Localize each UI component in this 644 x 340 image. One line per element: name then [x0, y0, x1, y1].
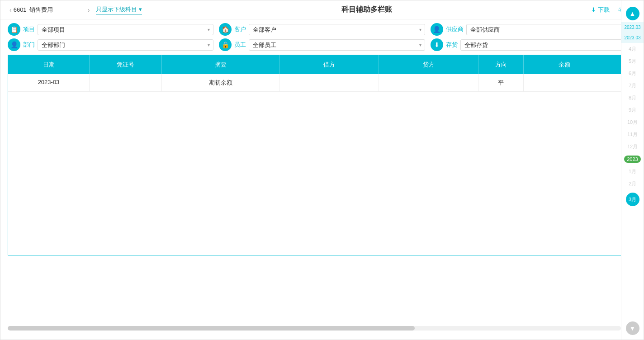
filter-area: 📋 项目 全部项目 ▾ 🏠 客户 全部客户 ▾ [0, 19, 644, 55]
chevron-down-icon: ▾ [139, 6, 142, 13]
supplier-select-wrapper: 全部供应商 ▾ [466, 24, 636, 35]
col-direction: 方向 [478, 55, 524, 74]
col-voucher: 凭证号 [90, 55, 162, 74]
horizontal-scrollbar[interactable] [8, 326, 621, 331]
download-icon: ⬇ [591, 6, 596, 13]
scrollbar-thumb[interactable] [8, 326, 415, 331]
download-button[interactable]: ⬇ 下载 [591, 6, 610, 14]
prev-account-btn[interactable]: ‹ [8, 5, 14, 14]
filter-supplier: 👤 供应商 全部供应商 ▾ [431, 23, 636, 36]
inventory-select[interactable]: 全部存货 [460, 39, 636, 51]
project-select[interactable]: 全部项目 [38, 24, 213, 35]
department-label: 部门 [23, 41, 35, 49]
account-code-text: 6601 [14, 6, 27, 13]
table-row: 2023-03 期初余额 平 [8, 74, 636, 92]
main-window: ‹ 6601 销售费用 › 只显示下级科目 ▾ 科目辅助多栏账 ⬇ 下载 🖨 打… [0, 0, 644, 340]
cell-debit [279, 74, 379, 91]
cell-voucher [90, 74, 162, 91]
employee-icon: 🔒 [219, 38, 232, 51]
col-date: 日期 [8, 55, 90, 74]
filter-department: 👤 部门 全部部门 ▾ [8, 38, 213, 51]
filter-row-1: 📋 项目 全部项目 ▾ 🏠 客户 全部客户 ▾ [8, 23, 636, 36]
month-2-2024[interactable]: 2月 [621, 178, 644, 190]
cell-direction: 平 [478, 74, 524, 91]
period-2023-03-first[interactable]: 2023.03 [621, 22, 644, 33]
scroll-up-btn[interactable]: ▲ [626, 7, 639, 20]
supplier-icon: 👤 [431, 23, 443, 36]
cell-summary: 期初余额 [162, 74, 279, 91]
supplier-label: 供应商 [446, 25, 464, 33]
cell-date: 2023-03 [8, 74, 90, 91]
filter-project: 📋 项目 全部项目 ▾ [8, 23, 213, 36]
month-5[interactable]: 5月 [621, 55, 644, 67]
show-sub-label: 只显示下级科目 [96, 5, 137, 14]
customer-icon: 🏠 [219, 23, 232, 36]
table-header: 日期 凭证号 摘要 借方 贷方 方向 余额 [8, 55, 636, 74]
month-6[interactable]: 6月 [621, 67, 644, 80]
download-label: 下载 [598, 6, 610, 14]
month-10[interactable]: 10月 [621, 116, 644, 128]
department-select[interactable]: 全部部门 [38, 39, 213, 51]
cell-credit [379, 74, 478, 91]
col-summary: 摘要 [162, 55, 279, 74]
current-month-indicator[interactable]: 3月 [626, 193, 639, 206]
show-sub-toggle[interactable]: 只显示下级科目 ▾ [96, 5, 142, 14]
account-name-text: 销售费用 [29, 6, 53, 14]
employee-label: 员工 [234, 41, 246, 49]
month-4[interactable]: 4月 [621, 43, 644, 55]
supplier-select[interactable]: 全部供应商 [466, 24, 636, 35]
customer-label: 客户 [234, 25, 246, 33]
employee-select[interactable]: 全部员工 [249, 39, 425, 51]
inventory-select-wrapper: 全部存货 ▾ [460, 39, 636, 51]
inventory-label: 存货 [446, 41, 458, 49]
top-bar: ‹ 6601 销售费用 › 只显示下级科目 ▾ 科目辅助多栏账 ⬇ 下载 🖨 打… [0, 0, 644, 19]
account-code-area: 6601 销售费用 [14, 6, 86, 14]
filter-row-2: 👤 部门 全部部门 ▾ 🔒 员工 全部员工 ▾ [8, 38, 636, 51]
month-3-current[interactable]: 3月 [621, 190, 644, 209]
filter-customer: 🏠 客户 全部客户 ▾ [219, 23, 425, 36]
month-7[interactable]: 7月 [621, 80, 644, 92]
period-2023-03-second[interactable]: 2023.03 [621, 33, 644, 43]
project-label: 项目 [23, 25, 35, 33]
page-title: 科目辅助多栏账 [142, 5, 591, 14]
filter-employee: 🔒 员工 全部员工 ▾ [219, 38, 425, 51]
next-account-btn[interactable]: › [86, 5, 92, 14]
month-8[interactable]: 8月 [621, 92, 644, 104]
department-icon: 👤 [8, 38, 20, 51]
month-11[interactable]: 11月 [621, 128, 644, 141]
scroll-down-btn[interactable]: ▼ [626, 321, 639, 335]
col-debit: 借方 [279, 55, 379, 74]
month-9[interactable]: 9月 [621, 104, 644, 116]
customer-select-wrapper: 全部客户 ▾ [249, 24, 425, 35]
employee-select-wrapper: 全部员工 ▾ [249, 39, 425, 51]
right-panel: ▲ 2023.03 2023.03 4月 5月 6月 7月 8月 9月 10月 … [621, 0, 644, 340]
year-badge: 2023 [624, 156, 640, 163]
project-icon: 📋 [8, 23, 20, 36]
col-balance: 余额 [524, 55, 605, 74]
data-table: 日期 凭证号 摘要 借方 贷方 方向 余额 2023-03 期初余额 平 [8, 55, 636, 255]
col-credit: 贷方 [379, 55, 478, 74]
filter-inventory: ⬇ 存货 全部存货 ▾ [431, 38, 636, 51]
year-2023-badge: 2023 [621, 153, 644, 165]
cell-balance [524, 74, 605, 91]
project-select-wrapper: 全部项目 ▾ [38, 24, 213, 35]
customer-select[interactable]: 全部客户 [249, 24, 425, 35]
table-body: 2023-03 期初余额 平 [8, 74, 636, 255]
inventory-icon: ⬇ [431, 38, 443, 51]
month-1-2024[interactable]: 1月 [621, 165, 644, 178]
month-12[interactable]: 12月 [621, 141, 644, 153]
department-select-wrapper: 全部部门 ▾ [38, 39, 213, 51]
